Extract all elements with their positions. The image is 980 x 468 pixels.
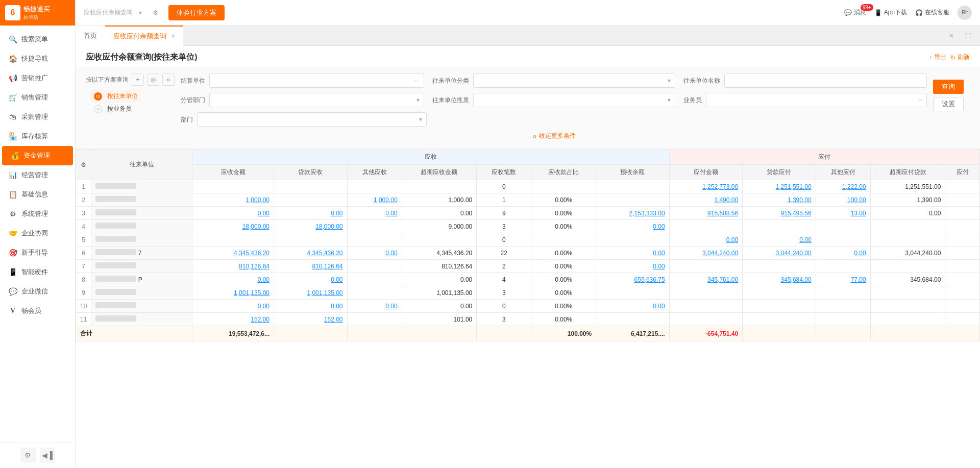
sidebar-item-guide[interactable]: 🎯 新手引导 (0, 243, 75, 262)
sidebar-nav: 🔍 搜索菜单 🏠 快捷导航 📢 营销推广 🛒 销售管理 🛍 采购管理 🏪 库存核… (0, 26, 75, 442)
scheme-settings-btn[interactable]: ◎ (147, 73, 159, 86)
table-row: 6 74,345,436.204,345,436.200.004,345,436… (76, 247, 980, 260)
collapse-bar[interactable]: ∧ 收起更多条件 (181, 130, 927, 142)
settings-bottom-btn[interactable]: ⚙ (20, 448, 36, 463)
sidebar-item-enterprise[interactable]: 🤝 企业协同 (0, 224, 75, 243)
sidebar-item-basic-info[interactable]: 📋 基础信息 (0, 185, 75, 204)
partner-nature-label: 往来单位性质 (432, 96, 469, 105)
col-partner: 往来单位 (91, 150, 192, 180)
sidebar-item-system[interactable]: ⚙ 系统管理 (0, 204, 75, 224)
partner-name-cell (91, 207, 192, 220)
footer-ar-other (347, 326, 402, 341)
sidebar-item-search[interactable]: 🔍 搜索菜单 (0, 30, 75, 49)
dept-select[interactable]: ▾ (197, 112, 427, 127)
row-number: 3 (76, 207, 91, 220)
home-icon: 🏠 (8, 55, 17, 63)
message-btn[interactable]: 💬 消息 99+ (844, 8, 866, 17)
partner-name-cell: 7 (91, 247, 192, 260)
table-row: 11152.00152.00101.0030.00% (76, 313, 980, 326)
sidebar-item-marketing[interactable]: 📢 营销推广 (0, 68, 75, 88)
refresh-button[interactable]: ↻ 刷新 (950, 53, 970, 62)
sidebar-item-sales[interactable]: 🛒 销售管理 (0, 88, 75, 107)
by-salesman-item[interactable]: ○ 按业务员 (90, 103, 142, 115)
salesman-input[interactable]: ··· (706, 93, 927, 107)
dept-manager-select[interactable]: ▾ (209, 93, 424, 107)
settings-btn[interactable]: ⚙ (148, 6, 162, 20)
partner-name-cell (91, 233, 192, 247)
partner-category-select[interactable]: ▾ (473, 73, 676, 88)
table-row: 418,000.0018,000.009,000.0030.00%0.00 (76, 220, 980, 233)
col-ar-count: 应收笔数 (477, 165, 531, 180)
table-row: 21,000.001,000.001,000.0010.00%1,490.001… (76, 193, 980, 207)
footer-ar-overdue (402, 326, 477, 341)
table-footer: 合计 19,553,472,6... 100.00% 6,417,215....… (76, 326, 980, 341)
add-scheme-btn[interactable]: + (132, 73, 144, 86)
sidebar-item-member[interactable]: V 畅会员 (0, 301, 75, 321)
col-ar-loan: 贷款应收 (274, 165, 347, 180)
footer-ap-loan (743, 326, 816, 341)
online-service-btn[interactable]: 🎧 在线客服 (915, 8, 949, 17)
table-area: ⚙ 往来单位 应收 应付 应收金额 贷款应收 其他应收 超期应收金额 应收笔数 … (76, 149, 980, 341)
row-number: 1 (76, 180, 91, 193)
footer-ap-other (816, 326, 870, 341)
partner-name-input[interactable] (724, 73, 927, 88)
page-header: 应收应付余额查询(按往来单位) ↑ 导出 ↻ 刷新 (76, 46, 980, 67)
col-settings[interactable]: ⚙ (76, 150, 91, 180)
tab-ar-ap[interactable]: 应收应付余额查询 × (105, 26, 183, 46)
by-partner-icon: ⊙ (94, 92, 102, 101)
purchase-icon: 🛍 (8, 113, 17, 121)
col-ar-other: 其他应收 (347, 165, 402, 180)
sidebar-item-finance[interactable]: 💰 资金管理 (2, 146, 73, 165)
message-badge: 99+ (861, 4, 873, 11)
tab-expand-btn[interactable]: ⛶ (962, 30, 974, 42)
dept-label: 部门 (181, 115, 193, 124)
tab-close-btn[interactable]: ✕ (945, 30, 958, 42)
sidebar-item-warehouse[interactable]: 🏪 库存核算 (0, 127, 75, 146)
export-icon: ↑ (929, 54, 932, 61)
settlement-input[interactable]: ··· (209, 73, 424, 88)
scheme-collapse-btn[interactable]: « (162, 73, 175, 86)
row-number: 2 (76, 193, 91, 207)
app-logo: 6 畅捷通买 标准版 (0, 0, 75, 26)
row-number: 10 (76, 300, 91, 313)
tab-close-icon[interactable]: × (172, 33, 175, 40)
collapse-btn[interactable]: ◀▐ (40, 448, 55, 463)
user-avatar[interactable]: Rit (958, 6, 972, 20)
by-partner-label: 按往来单位 (107, 92, 138, 101)
footer-ap-balance (945, 326, 980, 341)
app-download-btn[interactable]: 📱 App下载 (874, 8, 907, 17)
partner-name-cell (91, 260, 192, 273)
sidebar-item-hardware[interactable]: 📱 智能硬件 (0, 262, 75, 282)
member-icon: V (8, 307, 17, 315)
warehouse-icon: 🏪 (8, 132, 17, 140)
sidebar-item-wechat[interactable]: 💬 企业微信 (0, 282, 75, 301)
col-ar-ratio: 应收款占比 (531, 165, 596, 180)
tab-home[interactable]: 首页 (76, 26, 105, 46)
table-row: 30.000.000.000.0090.00%2,153,333.00915,5… (76, 207, 980, 220)
by-salesman-label: 按业务员 (107, 105, 132, 113)
tab-bar: 首页 应收应付余额查询 × ✕ ⛶ (76, 26, 980, 46)
hardware-icon: 📱 (8, 268, 17, 276)
partner-nature-select[interactable]: ▾ (473, 93, 676, 107)
header-right: 💬 消息 99+ 📱 App下载 🎧 在线客服 Rit (844, 6, 972, 20)
footer-ap-overdue (870, 326, 945, 341)
solution-button[interactable]: 体验行业方案 (168, 5, 225, 20)
sidebar-item-operations[interactable]: 📊 经营管理 (0, 165, 75, 185)
set-button[interactable]: 设置 (933, 97, 964, 111)
app-label: App下载 (884, 8, 907, 17)
export-button[interactable]: ↑ 导出 (929, 53, 946, 62)
col-ap-overdue: 超期应付贷款 (870, 165, 945, 180)
sidebar-item-purchase[interactable]: 🛍 采购管理 (0, 107, 75, 127)
by-partner-item[interactable]: ⊙ 按往来单位 (90, 90, 142, 103)
query-button[interactable]: 查询 (933, 80, 964, 94)
system-icon: ⚙ (8, 210, 17, 218)
sidebar-item-quick-nav[interactable]: 🏠 快捷导航 (0, 49, 75, 68)
service-icon: 🎧 (915, 9, 923, 16)
top-header: 应收应付余额查询 ▾ ⚙ 体验行业方案 💬 消息 99+ 📱 App下载 🎧 在… (76, 0, 980, 26)
logo-sub: 标准版 (23, 14, 50, 21)
row-number: 11 (76, 313, 91, 326)
sales-icon: 🛒 (8, 93, 17, 102)
table-row: 91,001,135.001,001,135.001,001,135.0030.… (76, 286, 980, 300)
enterprise-icon: 🤝 (8, 229, 17, 237)
page-title: 应收应付余额查询(按往来单位) (86, 52, 198, 63)
